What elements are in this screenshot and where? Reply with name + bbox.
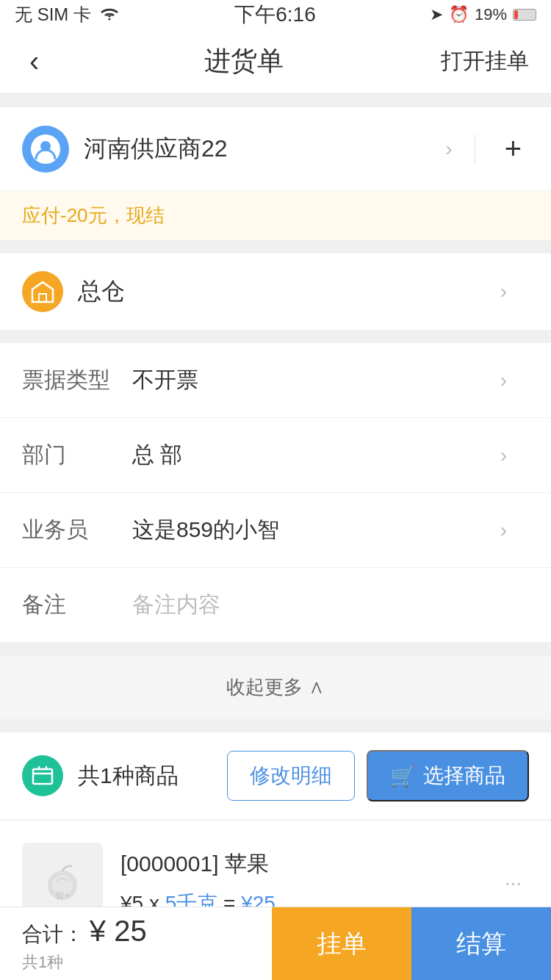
checkout-button[interactable]: 结算: [411, 907, 551, 981]
products-count: 共1种商品: [78, 761, 227, 791]
remark-label: 备注: [22, 590, 118, 620]
wifi-icon: [98, 4, 120, 25]
collapse-button[interactable]: 收起更多 ∧: [0, 655, 551, 719]
svg-rect-2: [33, 769, 52, 784]
warehouse-row[interactable]: 总仓 ›: [0, 253, 551, 330]
avatar-icon: [31, 134, 60, 164]
footer: 合计： ¥ 25 共1种 挂单 结算: [0, 907, 551, 980]
add-button[interactable]: +: [497, 125, 529, 173]
status-right: ➤ ⏰ 19%: [430, 5, 536, 24]
cart-icon: 🛒: [390, 764, 416, 788]
back-button[interactable]: ‹: [22, 37, 46, 85]
invoice-row[interactable]: 票据类型 不开票 ›: [0, 343, 551, 418]
supplier-avatar: [22, 126, 69, 173]
invoice-value: 不开票: [118, 365, 500, 395]
supplier-row[interactable]: 河南供应商22 › +: [0, 107, 551, 191]
supplier-section: 河南供应商22 › + 应付-20元，现结: [0, 107, 551, 240]
hold-button[interactable]: 挂单: [272, 907, 411, 981]
status-time: 下午6:16: [234, 1, 316, 29]
form-section: 票据类型 不开票 › 部门 总 部 › 业务员 这是859的小智 › 备注 备注…: [0, 343, 551, 642]
warehouse-section: 总仓 ›: [0, 253, 551, 330]
page-title: 进货单: [204, 43, 284, 79]
products-icon: [22, 755, 63, 796]
status-carrier: 无 SIM 卡: [15, 3, 120, 26]
invoice-chevron-icon: ›: [500, 369, 507, 392]
nav-bar: ‹ 进货单 打开挂单: [0, 29, 551, 94]
supplier-chevron-icon: ›: [445, 137, 452, 161]
battery-icon: [513, 9, 536, 21]
warning-banner: 应付-20元，现结: [0, 191, 551, 240]
edit-detail-button[interactable]: 修改明细: [227, 751, 355, 801]
status-bar: 无 SIM 卡 下午6:16 ➤ ⏰ 19%: [0, 0, 551, 29]
sales-row[interactable]: 业务员 这是859的小智 ›: [0, 493, 551, 568]
sales-label: 业务员: [22, 515, 118, 545]
remark-row[interactable]: 备注 备注内容: [0, 568, 551, 642]
product-code: [0000001]: [120, 851, 218, 876]
products-header: 共1种商品 修改明细 🛒 选择商品: [0, 732, 551, 820]
total-amount: ¥ 25: [90, 915, 147, 947]
sales-value: 这是859的小智: [118, 515, 500, 545]
svg-rect-1: [39, 294, 46, 302]
warehouse-icon: [22, 271, 63, 312]
remark-input[interactable]: 备注内容: [118, 590, 529, 620]
warehouse-name: 总仓: [78, 275, 500, 308]
invoice-label: 票据类型: [22, 365, 118, 395]
product-name: [0000001] 苹果: [120, 849, 497, 879]
svg-text:智+: 智+: [55, 890, 69, 901]
dept-label: 部门: [22, 440, 118, 470]
open-hold-button[interactable]: 打开挂单: [441, 46, 529, 76]
sales-chevron-icon: ›: [500, 519, 507, 542]
supplier-name: 河南供应商22: [84, 133, 445, 165]
divider: [475, 134, 475, 164]
location-icon: ➤: [430, 5, 443, 24]
select-product-button[interactable]: 🛒 选择商品: [367, 750, 529, 801]
battery-text: 19%: [475, 5, 507, 24]
dept-row[interactable]: 部门 总 部 ›: [0, 418, 551, 493]
footer-total: 合计： ¥ 25 共1种: [0, 915, 272, 973]
dept-chevron-icon: ›: [500, 444, 507, 467]
total-sub: 共1种: [22, 951, 250, 973]
carrier-text: 无 SIM 卡: [15, 3, 91, 26]
collapse-label: 收起更多 ∧: [226, 676, 324, 698]
select-product-label: 选择商品: [423, 762, 505, 790]
dept-value: 总 部: [118, 440, 500, 470]
total-label: 合计：: [22, 923, 84, 945]
alarm-icon: ⏰: [449, 5, 469, 24]
product-more-button[interactable]: ···: [497, 864, 529, 902]
product-title: 苹果: [225, 851, 269, 876]
footer-total-row: 合计： ¥ 25: [22, 915, 250, 948]
warehouse-chevron-icon: ›: [500, 280, 507, 303]
